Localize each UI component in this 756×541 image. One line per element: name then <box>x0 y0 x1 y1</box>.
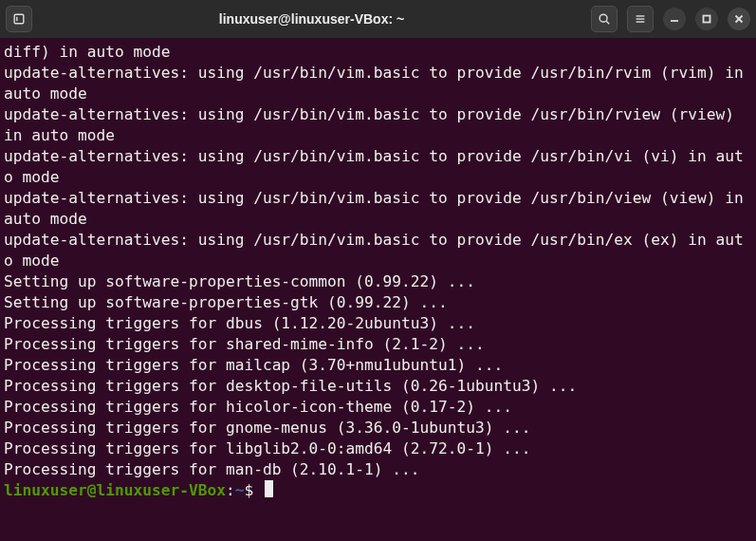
svg-rect-0 <box>14 14 24 24</box>
close-button[interactable] <box>728 8 750 30</box>
window-title: linuxuser@linuxuser-VBox: ~ <box>38 11 585 27</box>
terminal-cursor <box>265 480 273 497</box>
terminal-output: diff) in auto mode update-alternatives: … <box>4 43 752 478</box>
maximize-icon <box>702 14 711 24</box>
close-icon <box>734 14 744 24</box>
new-tab-button[interactable] <box>6 6 32 32</box>
prompt-colon: : <box>226 481 235 499</box>
svg-rect-8 <box>704 16 710 23</box>
minimize-icon <box>670 14 679 24</box>
hamburger-icon <box>634 12 647 26</box>
new-tab-icon <box>12 12 26 26</box>
svg-point-2 <box>599 14 607 22</box>
search-icon <box>598 12 611 26</box>
prompt-user-host: linuxuser@linuxuser-VBox <box>4 481 226 499</box>
minimize-button[interactable] <box>663 8 686 30</box>
prompt-path: ~ <box>235 481 245 499</box>
search-button[interactable] <box>591 6 618 32</box>
titlebar: linuxuser@linuxuser-VBox: ~ <box>0 0 756 38</box>
svg-line-3 <box>606 21 609 24</box>
terminal-area[interactable]: diff) in auto mode update-alternatives: … <box>0 38 756 541</box>
titlebar-right <box>591 6 750 32</box>
titlebar-left <box>6 6 32 32</box>
menu-button[interactable] <box>627 6 654 32</box>
prompt-symbol: $ <box>244 481 253 499</box>
maximize-button[interactable] <box>695 8 718 30</box>
